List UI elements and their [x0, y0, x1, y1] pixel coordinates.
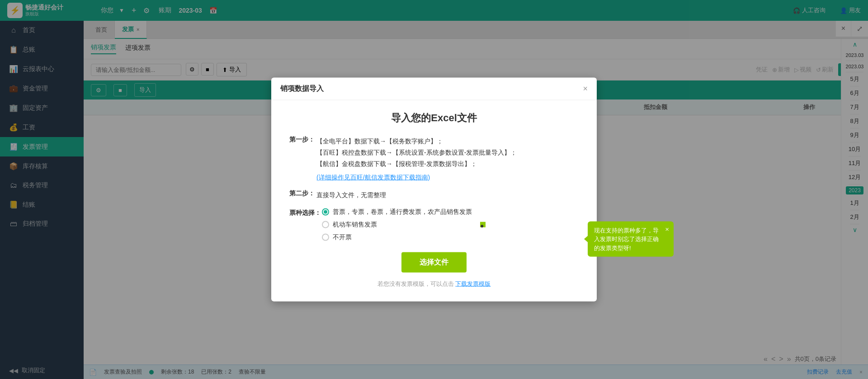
modal-main-title: 导入您的Excel文件 [289, 111, 579, 125]
step2-label: 第二步： [289, 189, 316, 197]
radio-options: 普票，专票，卷票，通行费发票，农产品销售发票 机动车销售发票 ● 不开票 [322, 208, 472, 241]
modal-close-btn[interactable]: × [583, 84, 588, 94]
step1-line1: 【全电平台】数据下载→【税务数字账户】； [316, 136, 517, 147]
step1-line2: 【百旺】税控盘数据下载→【系统设置-系统参数设置-发票批量导入】； [316, 147, 517, 158]
modal-title: 销项数据导入 [280, 84, 324, 94]
tooltip-close-btn[interactable]: × [665, 224, 669, 234]
step1-content: 【全电平台】数据下载→【税务数字账户】； 【百旺】税控盘数据下载→【系统设置-系… [316, 136, 517, 183]
radio-none-label: 不开票 [333, 233, 352, 241]
step1-line3: 【航信】金税盘数据下载→【报税管理-发票数据导出】； [316, 158, 517, 170]
radio-none-circle[interactable] [322, 233, 329, 241]
tooltip-container: × 现在支持的票种多了，导入发票时别忘了选择正确的发票类型呀! [588, 221, 674, 257]
radio-motor-label: 机动车销售发票 [333, 220, 377, 228]
modal-footer: 若您没有发票模版，可以点击 下载发票模版 [289, 280, 579, 288]
footer-text: 若您没有发票模版，可以点击 [377, 280, 454, 287]
tooltip-dot: ● [480, 222, 486, 227]
step1-link[interactable]: (详细操作见百旺/航信发票数据下载指南) [316, 173, 430, 180]
tooltip-arrow [584, 236, 588, 242]
step2-text: 直接导入文件，无需整理 [316, 189, 386, 200]
ticket-select-row: 票种选择： 普票，专票，卷票，通行费发票，农产品销售发票 机动车销售发票 ● [289, 208, 579, 241]
radio-general-circle[interactable] [322, 208, 329, 215]
step1-row: 第一步： 【全电平台】数据下载→【税务数字账户】； 【百旺】税控盘数据下载→【系… [289, 136, 579, 183]
step2-row: 第二步： 直接导入文件，无需整理 [289, 189, 579, 200]
import-modal: 销项数据导入 × 导入您的Excel文件 第一步： 【全电平台】数据下载→【税务… [271, 78, 597, 302]
modal-body: 导入您的Excel文件 第一步： 【全电平台】数据下载→【税务数字账户】； 【百… [271, 100, 597, 302]
radio-motor-circle[interactable] [322, 221, 329, 228]
modal-header: 销项数据导入 × [271, 78, 597, 100]
radio-general-label: 普票，专票，卷票，通行费发票，农产品销售发票 [333, 208, 472, 216]
select-file-btn[interactable]: 选择文件 [401, 252, 467, 272]
tooltip-text: 现在支持的票种多了，导入发票时别忘了选择正确的发票类型呀! [594, 227, 659, 251]
radio-motor[interactable]: 机动车销售发票 ● [322, 220, 472, 228]
ticket-label: 票种选择： [289, 208, 322, 217]
radio-none[interactable]: 不开票 [322, 233, 472, 241]
radio-general[interactable]: 普票，专票，卷票，通行费发票，农产品销售发票 [322, 208, 472, 216]
download-template-link[interactable]: 下载发票模版 [455, 280, 491, 287]
step1-label: 第一步： [289, 136, 316, 144]
